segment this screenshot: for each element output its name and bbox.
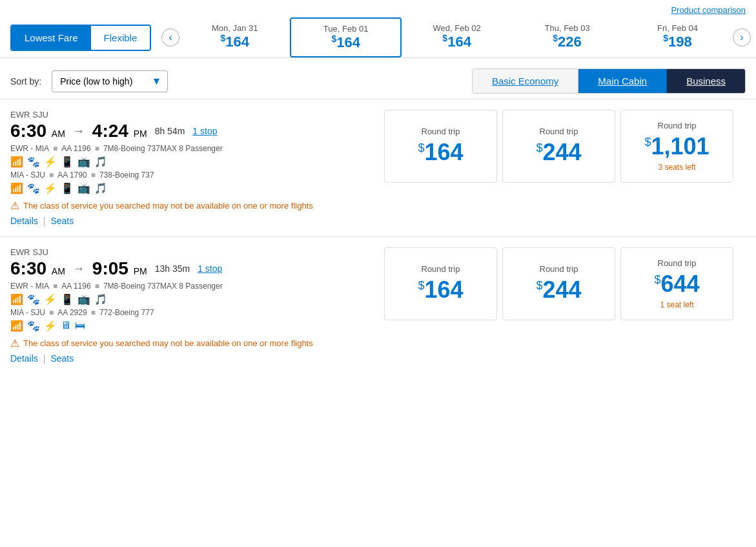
price-card-1-main[interactable]: Round trip $244	[502, 110, 615, 183]
depart-time-2: 6:30 AM	[10, 258, 65, 279]
usb-icon-2: ⚡	[44, 182, 57, 194]
date-label-4: Fri, Feb 04	[626, 23, 730, 33]
mobile-icon-3: 📱	[61, 293, 74, 305]
segment-3-details: EWR - MIA ■ AA 1196 ■ 7M8-Boeing 737MAX …	[10, 282, 374, 291]
price-amount-2-business: $644	[654, 271, 699, 298]
usb-icon: ⚡	[44, 156, 57, 168]
segment-4-aircraft: 772-Boeing 777	[99, 308, 154, 317]
segment-3-aircraft: 7M8-Boeing 737MAX 8 Passenger	[103, 282, 223, 291]
price-card-2-main[interactable]: Round trip $244	[502, 247, 615, 320]
segment-1-aircraft: 7M8-Boeing 737MAX 8 Passenger	[103, 144, 223, 153]
price-amount-1-business: $1,101	[644, 133, 709, 160]
stops-link-1[interactable]: 1 stop	[192, 126, 217, 136]
price-cards-2: Round trip $164 Round trip $244 Round tr…	[384, 247, 746, 320]
date-tab-3[interactable]: Thu, Feb 03 $226	[512, 17, 622, 57]
flight-result-2: EWR SJU 6:30 AM → 9:05 PM 13h 35m 1 stop…	[0, 236, 756, 374]
segment-1-details: EWR - MIA ■ AA 1196 ■ 7M8-Boeing 737MAX …	[10, 144, 374, 153]
warning-row-2: ⚠ The class of service you searched may …	[10, 337, 374, 349]
arrow-icon-2: →	[73, 262, 85, 276]
price-amount-2-main: $244	[536, 276, 581, 304]
segment-3-amenities: 📶 🐾 ⚡ 📱 📺 🎵	[10, 293, 374, 305]
flight-info-2: EWR SJU 6:30 AM → 9:05 PM 13h 35m 1 stop…	[10, 247, 374, 364]
details-link-1[interactable]: Details	[10, 216, 38, 226]
depart-time-1: 6:30 AM	[10, 121, 65, 141]
music-icon: 🎵	[94, 156, 107, 168]
fare-nav: Lowest Fare Flexible ‹ Mon, Jan 31 $164 …	[0, 17, 756, 58]
segment-2-details: MIA - SJU ■ AA 1790 ■ 738-Boeing 737	[10, 170, 374, 180]
price-card-2-business[interactable]: Round trip $644 1 seat left	[620, 247, 733, 320]
date-tab-4[interactable]: Fri, Feb 04 $198	[622, 17, 733, 57]
trip-label-2-business: Round trip	[658, 258, 697, 268]
flexible-button[interactable]: Flexible	[91, 26, 150, 50]
duration-1: 8h 54m	[155, 126, 185, 136]
controls-row: Sort by: Price (low to high) Duration De…	[0, 58, 756, 99]
segment-3-route: EWR - MIA	[10, 282, 49, 291]
arrive-time-2: 9:05 PM	[92, 258, 147, 279]
segment-4-flight: AA 2929	[57, 308, 87, 317]
date-price-3: $226	[515, 33, 619, 50]
date-nav-left-arrow[interactable]: ‹	[161, 28, 179, 46]
screen-icon-4: 🖥	[61, 320, 71, 332]
price-amount-1-basic: $164	[418, 139, 463, 166]
basic-economy-tab[interactable]: Basic Economy	[473, 69, 578, 93]
product-comparison-link[interactable]: Product comparison	[671, 5, 746, 15]
price-card-2-basic[interactable]: Round trip $164	[384, 247, 497, 320]
plug-icon-2: 🐾	[27, 182, 40, 194]
tv-icon: 📺	[77, 156, 90, 168]
flight-airports-2: EWR SJU	[10, 247, 374, 257]
mobile-icon: 📱	[61, 156, 74, 168]
warning-icon-1: ⚠	[10, 200, 19, 212]
arrive-time-1: 4:24 PM	[92, 121, 147, 141]
date-label-0: Mon, Jan 31	[183, 23, 287, 33]
trip-label-2-basic: Round trip	[422, 264, 460, 274]
origin-code-2: EWR	[10, 247, 30, 257]
stops-link-2[interactable]: 1 stop	[198, 263, 222, 274]
dest-code-1: SJU	[32, 110, 48, 119]
flight-result-1: EWR SJU 6:30 AM → 4:24 PM 8h 54m 1 stop …	[0, 99, 756, 236]
plug-icon: 🐾	[27, 156, 40, 168]
date-tab-0[interactable]: Mon, Jan 31 $164	[179, 17, 290, 57]
wifi-icon-2: 📶	[10, 182, 23, 194]
flight-times-row-2: 6:30 AM → 9:05 PM 13h 35m 1 stop	[10, 258, 374, 279]
date-price-1: $164	[294, 34, 398, 51]
details-link-2[interactable]: Details	[10, 353, 38, 364]
seats-link-1[interactable]: Seats	[50, 216, 74, 226]
lowest-fare-button[interactable]: Lowest Fare	[12, 26, 91, 50]
seats-link-2[interactable]: Seats	[50, 353, 74, 364]
sort-label: Sort by:	[10, 76, 41, 87]
business-tab[interactable]: Business	[667, 69, 745, 93]
wifi-icon: 📶	[10, 156, 23, 168]
segment-1-flight: AA 1196	[61, 144, 90, 153]
price-amount-2-basic: $164	[418, 276, 463, 304]
date-tabs: Mon, Jan 31 $164 Tue, Feb 01 $164 Wed, F…	[179, 17, 733, 57]
segment-4-route: MIA - SJU	[10, 308, 45, 317]
segment-2-flight: AA 1790	[57, 170, 87, 180]
music-icon-3: 🎵	[94, 293, 107, 305]
date-price-4: $198	[626, 33, 730, 50]
sort-select[interactable]: Price (low to high) Duration Departure	[52, 70, 168, 92]
date-price-0: $164	[183, 33, 287, 50]
trip-label-1-main: Round trip	[540, 127, 578, 136]
segment-4-amenities: 📶 🐾 ⚡ 🖥 🛏	[10, 320, 374, 332]
detail-links-2: Details | Seats	[10, 353, 374, 364]
arrow-icon-1: →	[73, 125, 85, 138]
trip-label-1-basic: Round trip	[422, 127, 460, 136]
tv-icon-2: 📺	[77, 182, 90, 194]
date-nav-right-arrow[interactable]: ›	[733, 28, 751, 46]
warning-text-1: The class of service you searched may no…	[23, 201, 313, 211]
flight-main-row-2: EWR SJU 6:30 AM → 9:05 PM 13h 35m 1 stop…	[10, 247, 746, 364]
price-card-1-basic[interactable]: Round trip $164	[384, 110, 497, 183]
warning-text-2: The class of service you searched may no…	[23, 338, 313, 348]
segment-2-aircraft: 738-Boeing 737	[99, 170, 154, 180]
music-icon-2: 🎵	[94, 182, 107, 194]
tv-icon-3: 📺	[77, 293, 90, 305]
warning-row-1: ⚠ The class of service you searched may …	[10, 200, 374, 212]
date-tab-1[interactable]: Tue, Feb 01 $164	[290, 17, 402, 57]
seats-left-1: 3 seats left	[658, 163, 695, 172]
plug-icon-3: 🐾	[27, 293, 40, 305]
price-card-1-business[interactable]: Round trip $1,101 3 seats left	[620, 110, 733, 183]
date-tab-2[interactable]: Wed, Feb 02 $164	[402, 17, 512, 57]
segment-1-amenities: 📶 🐾 ⚡ 📱 📺 🎵	[10, 156, 374, 168]
origin-code-1: EWR	[10, 110, 30, 119]
main-cabin-tab[interactable]: Main Cabin	[578, 69, 667, 93]
